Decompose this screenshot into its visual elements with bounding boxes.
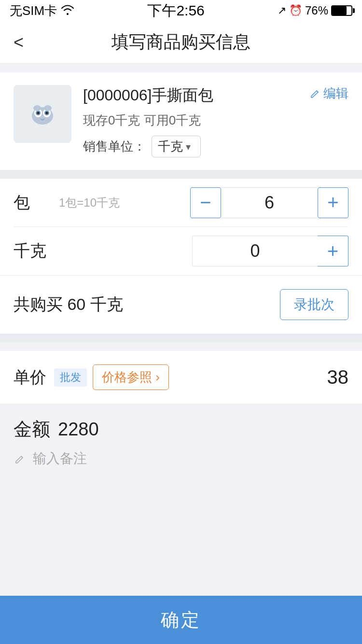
product-thumbnail — [14, 85, 71, 143]
svg-point-5 — [37, 112, 40, 114]
kg-plus-button[interactable]: + — [318, 236, 348, 266]
amount-value: 2280 — [58, 419, 99, 440]
input-section: 包 1包=10千克 − + 千克 + — [0, 179, 362, 275]
product-card: [0000006]手撕面包 现存0千克 可用0千克 销售单位： 千克 ▾ 编辑 — [0, 72, 362, 170]
product-name: [0000006]手撕面包 — [83, 85, 348, 106]
alarm-icon: ⏰ — [289, 4, 302, 17]
product-info: [0000006]手撕面包 现存0千克 可用0千克 销售单位： 千克 ▾ — [83, 85, 348, 157]
unit-select[interactable]: 千克 ▾ — [152, 136, 201, 157]
edit-button[interactable]: 编辑 — [310, 85, 348, 102]
bag-quantity-input[interactable] — [221, 187, 318, 218]
price-value: 38 — [327, 366, 349, 388]
price-section: 单价 批发 价格参照 › 38 — [0, 351, 362, 404]
product-unit-row: 销售单位： 千克 ▾ — [83, 136, 348, 157]
status-right: ↗ ⏰ 76% — [278, 4, 352, 17]
bag-controls: − + — [190, 187, 348, 218]
location-icon: ↗ — [278, 4, 286, 17]
svg-point-8 — [44, 105, 52, 111]
bag-input-row: 包 1包=10千克 − + — [14, 179, 348, 227]
battery-icon — [331, 5, 352, 16]
svg-point-6 — [46, 112, 48, 114]
unit-label: 销售单位： — [83, 138, 146, 155]
dropdown-icon: ▾ — [186, 141, 191, 153]
bag-minus-button[interactable]: − — [190, 187, 221, 218]
nav-bar: < 填写商品购买信息 — [0, 21, 362, 64]
section-divider-1 — [0, 170, 362, 179]
amount-label: 金额 — [14, 417, 50, 442]
back-button[interactable]: < — [14, 32, 24, 53]
kg-label: 千克 — [14, 240, 52, 262]
record-batch-button[interactable]: 录批次 — [280, 289, 348, 320]
kg-quantity-input[interactable] — [192, 236, 318, 266]
svg-point-7 — [33, 105, 41, 111]
price-label: 单价 — [14, 366, 46, 389]
content-spacer — [0, 477, 362, 603]
status-time: 下午2:56 — [147, 1, 204, 21]
edit-label: 编辑 — [323, 85, 348, 102]
total-label: 共购买 60 千克 — [14, 294, 123, 316]
battery-percent: 76% — [305, 4, 328, 17]
section-divider-2 — [0, 334, 362, 342]
price-ref-button[interactable]: 价格参照 › — [93, 364, 169, 390]
bag-plus-button[interactable]: + — [318, 187, 348, 218]
total-row: 共购买 60 千克 录批次 — [0, 275, 362, 334]
page-title: 填写商品购买信息 — [111, 30, 251, 54]
remark-label: 输入备注 — [33, 449, 87, 468]
status-left: 无SIM卡 — [10, 2, 74, 19]
confirm-button[interactable]: 确定 — [0, 596, 362, 644]
confirm-label: 确定 — [161, 608, 201, 632]
bag-sub-label: 1包=10千克 — [59, 195, 120, 210]
product-stock: 现存0千克 可用0千克 — [83, 112, 348, 129]
unit-value: 千克 — [158, 138, 183, 155]
bag-label: 包 — [14, 192, 52, 214]
carrier-label: 无SIM卡 — [10, 2, 57, 19]
amount-section: 金额 2280 输入备注 — [0, 404, 362, 477]
wifi-icon — [61, 3, 74, 18]
kg-controls: + — [192, 236, 348, 266]
remark-row[interactable]: 输入备注 — [14, 449, 348, 468]
kg-input-row: 千克 + — [14, 227, 348, 275]
price-tag-batch: 批发 — [54, 368, 87, 387]
amount-row: 金额 2280 — [14, 417, 348, 442]
status-bar: 无SIM卡 下午2:56 ↗ ⏰ 76% — [0, 0, 362, 21]
